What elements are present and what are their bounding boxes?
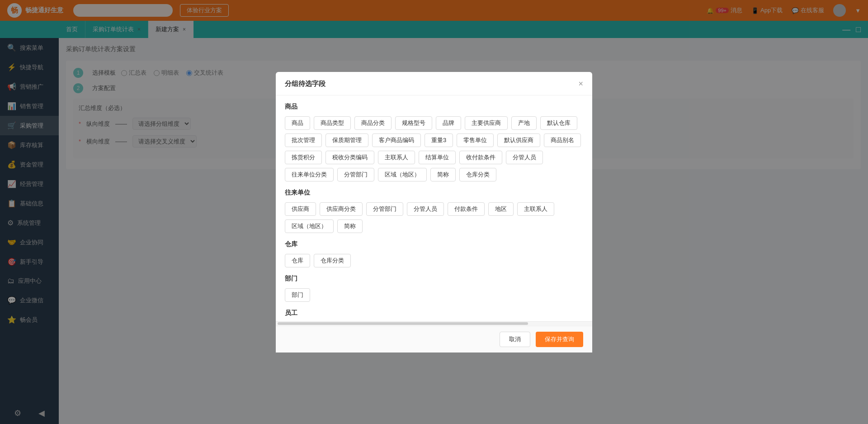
field-tag-short-name[interactable]: 简称: [430, 168, 456, 181]
field-tag-contact[interactable]: 主联系人: [378, 151, 415, 164]
dialog-title: 分组待选字段: [285, 80, 326, 88]
field-tag-payment-terms[interactable]: 收付款条件: [459, 151, 502, 164]
field-tag-partner-manager[interactable]: 分管人员: [407, 202, 444, 216]
field-tag-goods[interactable]: 商品: [285, 116, 310, 130]
field-tag-tax-code[interactable]: 税收分类编码: [326, 151, 374, 164]
section-dept-grid: 部门: [285, 288, 583, 302]
field-tag-goods-class[interactable]: 商品分类: [354, 116, 392, 130]
field-tag-warehouse[interactable]: 仓库: [285, 254, 310, 267]
field-tag-main-supplier[interactable]: 主要供应商: [465, 116, 508, 130]
section-goods-label: 商品: [285, 103, 583, 111]
dialog-footer: 取消 保存并查询: [276, 326, 592, 353]
dialog-overlay: 分组待选字段 × 商品 商品 商品类型 商品分类 规格型号 品牌 主要供应商 产…: [0, 0, 868, 424]
field-tag-settle-unit[interactable]: 结算单位: [419, 151, 456, 164]
field-select-dialog: 分组待选字段 × 商品 商品 商品类型 商品分类 规格型号 品牌 主要供应商 产…: [276, 72, 592, 353]
field-tag-manager[interactable]: 分管人员: [506, 151, 543, 164]
field-tag-retail-unit[interactable]: 零售单位: [457, 133, 494, 147]
cancel-button[interactable]: 取消: [500, 332, 530, 347]
field-tag-supplier-class[interactable]: 供应商分类: [320, 202, 363, 216]
field-tag-spec[interactable]: 规格型号: [395, 116, 432, 130]
field-tag-partner-short[interactable]: 简称: [337, 219, 363, 233]
field-tag-goods-type[interactable]: 商品类型: [314, 116, 351, 130]
hscroll-thumb[interactable]: [278, 322, 528, 325]
field-tag-customer-code[interactable]: 客户商品编码: [372, 133, 421, 147]
section-goods-grid: 商品 商品类型 商品分类 规格型号 品牌 主要供应商 产地 默认仓库 批次管理 …: [285, 116, 583, 181]
confirm-button[interactable]: 保存并查询: [536, 332, 583, 347]
section-warehouse-label: 仓库: [285, 240, 583, 248]
dialog-body[interactable]: 商品 商品 商品类型 商品分类 规格型号 品牌 主要供应商 产地 默认仓库 批次…: [276, 95, 592, 322]
field-tag-partner-class[interactable]: 往来单位分类: [285, 168, 334, 181]
field-tag-main-contact[interactable]: 主联系人: [517, 202, 554, 216]
section-dept-label: 部门: [285, 275, 583, 283]
field-tag-default-warehouse[interactable]: 默认仓库: [540, 116, 577, 130]
section-partner-grid: 供应商 供应商分类 分管部门 分管人员 付款条件 地区 主联系人 区域（地区） …: [285, 202, 583, 233]
field-tag-warehouse-class[interactable]: 仓库分类: [459, 168, 496, 181]
field-tag-points[interactable]: 拣货积分: [285, 151, 322, 164]
field-tag-warehouse-type[interactable]: 仓库分类: [314, 254, 351, 267]
field-tag-partner-region[interactable]: 区域（地区）: [285, 219, 334, 233]
field-tag-default-supplier[interactable]: 默认供应商: [497, 133, 540, 147]
field-tag-dept[interactable]: 分管部门: [337, 168, 374, 181]
field-tag-brand[interactable]: 品牌: [436, 116, 461, 130]
field-tag-weight[interactable]: 重量3: [425, 133, 453, 147]
field-tag-pay-terms[interactable]: 付款条件: [448, 202, 485, 216]
field-tag-supplier[interactable]: 供应商: [285, 202, 316, 216]
field-tag-alias[interactable]: 商品别名: [544, 133, 581, 147]
field-tag-quality[interactable]: 保质期管理: [326, 133, 368, 147]
dialog-close-button[interactable]: ×: [578, 79, 583, 89]
field-tag-partner-dept[interactable]: 分管部门: [366, 202, 403, 216]
field-tag-region[interactable]: 区域（地区）: [378, 168, 427, 181]
dialog-hscroll[interactable]: [276, 321, 592, 325]
field-tag-department[interactable]: 部门: [285, 288, 310, 302]
field-tag-batch[interactable]: 批次管理: [285, 133, 322, 147]
section-warehouse-grid: 仓库 仓库分类: [285, 254, 583, 267]
section-staff-label: 员工: [285, 309, 583, 317]
dialog-header: 分组待选字段 ×: [276, 72, 592, 95]
field-tag-origin[interactable]: 产地: [511, 116, 537, 130]
field-tag-area[interactable]: 地区: [488, 202, 514, 216]
section-partner-label: 往来单位: [285, 189, 583, 197]
